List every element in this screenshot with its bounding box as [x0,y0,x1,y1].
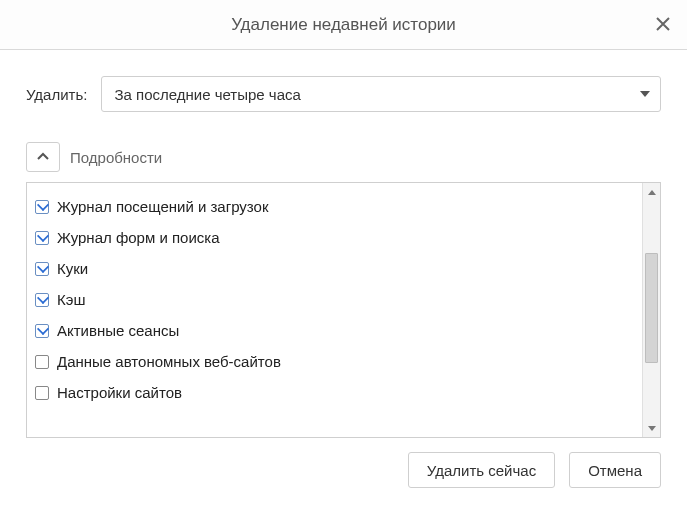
list-item-label: Кэш [57,291,85,308]
checkbox[interactable] [35,231,49,245]
time-range-value: За последние четыре часа [114,86,300,103]
list-item-label: Данные автономных веб-сайтов [57,353,281,370]
time-range-label: Удалить: [26,86,87,103]
list-item-label: Активные сеансы [57,322,179,339]
scroll-thumb[interactable] [645,253,658,363]
chevron-down-icon [640,91,650,97]
list-item[interactable]: Журнал форм и поиска [33,222,636,253]
dialog-title: Удаление недавней истории [231,15,456,35]
list-item-label: Журнал посещений и загрузок [57,198,268,215]
details-list-container: Журнал посещений и загрузокЖурнал форм и… [26,182,661,438]
dialog-content: Удалить: За последние четыре часа Подроб… [0,50,687,438]
checkbox[interactable] [35,324,49,338]
chevron-up-icon [37,151,49,163]
list-item[interactable]: Журнал посещений и загрузок [33,191,636,222]
list-item[interactable]: Данные автономных веб-сайтов [33,346,636,377]
details-label: Подробности [70,149,162,166]
dialog-footer: Удалить сейчас Отмена [0,438,687,488]
close-icon[interactable] [653,14,673,34]
triangle-up-icon [648,190,656,195]
checkbox[interactable] [35,262,49,276]
scroll-down-button[interactable] [643,419,660,437]
checkbox[interactable] [35,293,49,307]
triangle-down-icon [648,426,656,431]
list-item[interactable]: Активные сеансы [33,315,636,346]
list-item[interactable]: Куки [33,253,636,284]
list-item[interactable]: Настройки сайтов [33,377,636,408]
checkbox[interactable] [35,200,49,214]
details-list: Журнал посещений и загрузокЖурнал форм и… [27,183,642,437]
scrollbar[interactable] [642,183,660,437]
details-header: Подробности [26,142,661,172]
time-range-select[interactable]: За последние четыре часа [101,76,661,112]
checkbox[interactable] [35,355,49,369]
details-expander-button[interactable] [26,142,60,172]
list-item[interactable]: Кэш [33,284,636,315]
time-range-row: Удалить: За последние четыре часа [26,76,661,112]
scroll-up-button[interactable] [643,183,660,201]
list-item-label: Журнал форм и поиска [57,229,220,246]
list-item-label: Куки [57,260,88,277]
checkbox[interactable] [35,386,49,400]
cancel-button[interactable]: Отмена [569,452,661,488]
delete-now-button[interactable]: Удалить сейчас [408,452,555,488]
list-item-label: Настройки сайтов [57,384,182,401]
titlebar: Удаление недавней истории [0,0,687,50]
